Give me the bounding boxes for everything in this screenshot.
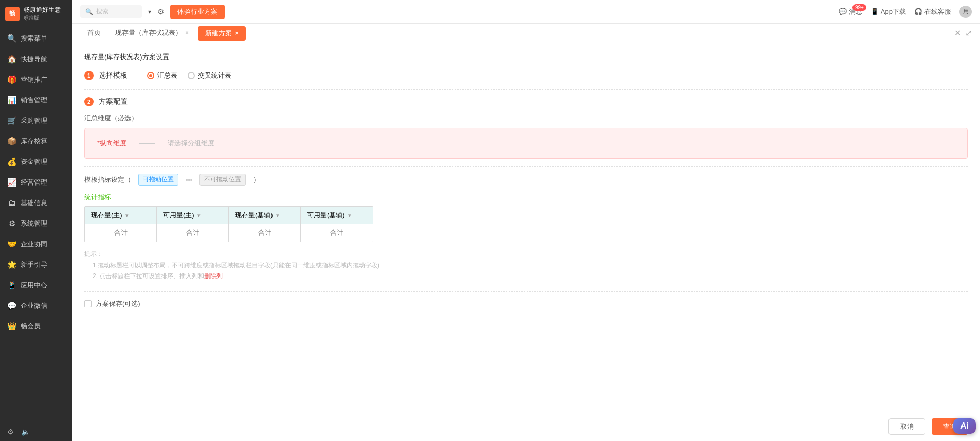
radio-crosstab[interactable]: 交叉统计表 xyxy=(188,71,231,80)
topbar-user[interactable]: 用 xyxy=(959,6,972,18)
topbar-search-box[interactable]: 🔍 搜索 xyxy=(80,5,142,18)
save-checkbox[interactable] xyxy=(84,300,92,307)
sidebar-bottom: ⚙ 🔈 xyxy=(0,422,72,441)
sidebar-item-label: 采购管理 xyxy=(21,116,47,125)
config-label: 汇总维度（必选） xyxy=(84,114,968,123)
sidebar-item-system[interactable]: ⚙ 系统管理 xyxy=(0,213,72,234)
tip-1: 1.拖动标题栏可以调整布局，不可跨维度或指标区域拖动栏目字段(只能在同一维度或指… xyxy=(93,260,968,271)
sidebar-item-enterprise[interactable]: 🤝 企业协同 xyxy=(0,234,72,254)
sidebar-item-basic-info[interactable]: 🗂 基础信息 xyxy=(0,193,72,213)
dimension-config: 汇总维度（必选） *纵向维度 —— 请选择分组维度 xyxy=(84,114,968,159)
stats-col-body-2: 合计 xyxy=(229,224,301,242)
app-download-label: App下载 xyxy=(881,7,906,16)
sidebar-item-quick-nav[interactable]: 🏠 快捷导航 xyxy=(0,49,72,69)
sidebar-item-app-center[interactable]: 📱 应用中心 xyxy=(0,275,72,296)
app-center-icon: 📱 xyxy=(7,281,16,290)
stats-section: 统计指标 现存量(主) ▾ 可用量(主) ▾ xyxy=(84,193,968,244)
tab-home[interactable]: 首页 xyxy=(80,24,108,43)
col-dropdown-2[interactable]: ▾ xyxy=(276,212,279,219)
app-download-icon: 📱 xyxy=(870,8,879,15)
dimension-box: *纵向维度 —— 请选择分组维度 xyxy=(84,128,968,159)
ai-float-button[interactable]: Ai xyxy=(953,418,976,434)
quick-nav-icon: 🏠 xyxy=(7,54,16,64)
template-options: 汇总表 交叉统计表 xyxy=(147,71,231,80)
radio-crosstab-dot xyxy=(188,72,195,79)
topbar-online-service[interactable]: 🎧 在线客服 xyxy=(914,7,951,16)
weixin-icon: 💬 xyxy=(7,301,16,310)
indicator-suffix: ▪▪▪ xyxy=(186,176,192,183)
sidebar-item-finance[interactable]: 💰 资金管理 xyxy=(0,152,72,172)
tab-inventory-status[interactable]: 现存量（库存状况表） × xyxy=(108,24,196,43)
save-label: 方案保存(可选) xyxy=(96,299,140,308)
topbar-search-icon: 🔍 xyxy=(85,8,93,15)
col-dropdown-3[interactable]: ▾ xyxy=(348,212,351,219)
tab-inventory-close-icon[interactable]: × xyxy=(185,29,189,36)
sidebar-item-label: 资金管理 xyxy=(21,157,47,167)
topbar-msg[interactable]: 💬 消息 99+ xyxy=(839,7,862,16)
app-name: 畅康通好生意 xyxy=(24,6,61,14)
sidebar-item-sales[interactable]: 📊 销售管理 xyxy=(0,90,72,111)
footer: 取消 查询 xyxy=(72,412,980,441)
stats-col-header-0[interactable]: 现存量(主) ▾ xyxy=(85,207,157,224)
radio-summary-dot xyxy=(147,72,154,79)
topbar: 🔍 搜索 ▾ ⚙ 体验行业方案 💬 消息 99+ 📱 App下载 🎧 在线客服 … xyxy=(72,0,980,24)
sound-bottom-icon[interactable]: 🔈 xyxy=(21,428,30,436)
sidebar-item-label: 库存核算 xyxy=(21,137,47,146)
app-logo-icon: 畅 xyxy=(5,7,20,21)
sidebar-item-search[interactable]: 🔍 搜索菜单 xyxy=(0,28,72,49)
msg-badge: 99+ xyxy=(852,4,866,11)
topbar-right: 💬 消息 99+ 📱 App下载 🎧 在线客服 用 xyxy=(839,6,972,18)
col-dropdown-1[interactable]: ▾ xyxy=(197,212,201,219)
topbar-app-download[interactable]: 📱 App下载 xyxy=(870,7,906,16)
section1-header: 1 选择模板 汇总表 交叉统计表 xyxy=(84,71,968,80)
delete-col-link[interactable]: 删除列 xyxy=(204,272,223,280)
topbar-gear-icon[interactable]: ⚙ xyxy=(157,7,164,16)
sidebar-item-weixin[interactable]: 💬 企业微信 xyxy=(0,296,72,316)
stats-col-header-1[interactable]: 可用量(主) ▾ xyxy=(157,207,229,224)
enterprise-icon: 🤝 xyxy=(7,240,16,249)
sidebar-item-guide[interactable]: 🌟 新手引导 xyxy=(0,254,72,275)
stats-table-body: 合计 合计 合计 合计 xyxy=(85,224,373,242)
sidebar-item-label: 企业协同 xyxy=(21,240,47,249)
tag-draggable: 可拖动位置 xyxy=(138,174,178,186)
service-label: 在线客服 xyxy=(924,7,951,16)
sidebar-item-inventory[interactable]: 📦 库存核算 xyxy=(0,131,72,152)
tab-new-plan[interactable]: 新建方案 × xyxy=(198,26,246,41)
sidebar-item-label: 系统管理 xyxy=(21,219,47,228)
section1-num: 1 xyxy=(84,71,94,80)
tabs-bar: 首页 现存量（库存状况表） × 新建方案 × ✕ ⤢ xyxy=(72,24,980,43)
topbar-dropdown-icon[interactable]: ▾ xyxy=(148,8,151,15)
sidebar-item-purchase[interactable]: 🛒 采购管理 xyxy=(0,111,72,131)
sidebar-item-marketing[interactable]: 🎁 营销推广 xyxy=(0,69,72,90)
stats-col-label-0: 现存量(主) xyxy=(91,211,122,220)
save-row: 方案保存(可选) xyxy=(84,299,968,308)
system-icon: ⚙ xyxy=(7,219,16,228)
radio-summary[interactable]: 汇总表 xyxy=(147,71,177,80)
config-panel: 现存量(库存状况表)方案设置 1 选择模板 汇总表 交叉统计表 xyxy=(72,43,980,412)
tab-expand-icon[interactable]: ⤢ xyxy=(965,28,972,38)
section2-header: 2 方案配置 xyxy=(84,97,968,106)
sales-icon: 📊 xyxy=(7,96,16,105)
sidebar-item-label: 销售管理 xyxy=(21,96,47,105)
sidebar-item-operations[interactable]: 📈 经营管理 xyxy=(0,172,72,193)
stats-col-header-3[interactable]: 可用量(基辅) ▾ xyxy=(301,207,373,224)
stats-col-body-3: 合计 xyxy=(301,224,373,242)
radio-summary-label: 汇总表 xyxy=(157,71,177,80)
indicator-close-paren: ） xyxy=(253,175,260,185)
settings-bottom-icon[interactable]: ⚙ xyxy=(7,428,14,436)
col-dropdown-0[interactable]: ▾ xyxy=(125,212,129,219)
basic-info-icon: 🗂 xyxy=(7,198,16,208)
sidebar-item-member[interactable]: 👑 畅会员 xyxy=(0,316,72,337)
cancel-button[interactable]: 取消 xyxy=(888,418,925,435)
stats-title: 统计指标 xyxy=(84,193,968,202)
sidebar-item-label: 营销推广 xyxy=(21,75,47,84)
finance-icon: 💰 xyxy=(7,157,16,167)
dimension-placeholder[interactable]: 请选择分组维度 xyxy=(168,139,214,148)
tab-close-window-icon[interactable]: ✕ xyxy=(954,28,961,38)
sidebar: 畅 畅康通好生意 标准版 🔍 搜索菜单 🏠 快捷导航 🎁 营销推广 📊 销售管理… xyxy=(0,0,72,441)
tab-new-close-icon[interactable]: × xyxy=(235,30,239,37)
stats-col-label-2: 现存量(基辅) xyxy=(235,211,273,220)
stats-col-header-2[interactable]: 现存量(基辅) ▾ xyxy=(229,207,301,224)
inventory-icon: 📦 xyxy=(7,137,16,146)
trial-btn[interactable]: 体验行业方案 xyxy=(170,5,225,19)
